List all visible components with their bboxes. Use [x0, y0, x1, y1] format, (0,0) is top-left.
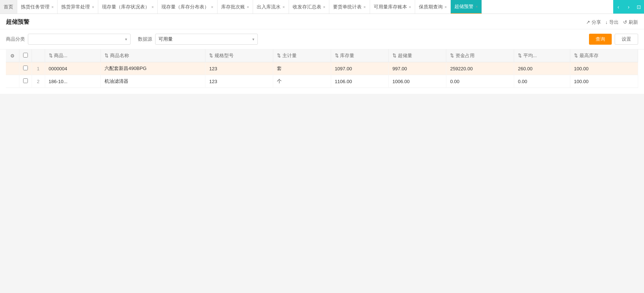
close-icon-batch-acct[interactable]: ×: [247, 5, 249, 9]
sort-icon-goods-code: ⇅: [49, 53, 53, 58]
sort-icon-stock-qty: ⇅: [335, 53, 339, 58]
col-goods-name[interactable]: ⇅ 商品名称: [101, 49, 205, 62]
nav-item-task-mgmt[interactable]: 拣货任务管理 ×: [17, 0, 58, 14]
share-label: 分享: [592, 19, 601, 26]
nav-item-avail-acct[interactable]: 可用量库存账本 ×: [370, 0, 415, 14]
nav-label-abnormal: 拣货异常处理: [61, 4, 90, 10]
close-icon-inventory-status[interactable]: ×: [151, 5, 154, 9]
row-capital-occ-1: 0.00: [446, 75, 514, 88]
col-gear[interactable]: ⚙: [6, 49, 19, 62]
refresh-icon: ↺: [623, 19, 627, 25]
close-icon-inout-flow[interactable]: ×: [282, 5, 285, 9]
row-checkbox-input-1[interactable]: [23, 78, 28, 83]
datasource-label: 数据源: [138, 36, 152, 42]
nav-label-order-stat: 要货单统计表: [333, 4, 362, 10]
nav-label-task-mgmt: 拣货任务管理: [21, 4, 50, 10]
nav-item-inventory-status[interactable]: 现存量（库存状况表） ×: [98, 0, 158, 14]
col-unit[interactable]: ⇅ 主计量: [273, 49, 331, 62]
col-rownum: [32, 49, 45, 62]
nav-label-quality-check: 保质期查询: [419, 4, 443, 10]
nav-item-overstock-warn[interactable]: 超储预警 ×: [451, 0, 482, 14]
close-icon-order-stat[interactable]: ×: [363, 5, 366, 9]
row-unit-0: 套: [273, 62, 331, 75]
settings-button[interactable]: 设置: [615, 34, 638, 45]
nav-item-batch-acct[interactable]: 库存批次账 ×: [217, 0, 253, 14]
row-goods-name-1: 机油滤清器: [101, 75, 205, 88]
row-spec-0: 123: [205, 62, 273, 75]
sort-icon-unit: ⇅: [277, 53, 281, 58]
select-all-checkbox[interactable]: [23, 53, 28, 58]
sort-icon-avg: ⇅: [518, 53, 522, 58]
page-title: 超储预警: [6, 18, 29, 26]
table-row: 1 0000004 六配套新昌490BPG 123 套 1097.00 997.…: [6, 62, 638, 75]
close-icon-inventory-dist[interactable]: ×: [211, 5, 213, 9]
datasource-select[interactable]: 可用量 ▾: [155, 34, 258, 45]
nav-arrows: ‹ › ⊡: [613, 0, 644, 14]
share-icon: ↗: [586, 19, 590, 25]
col-avg[interactable]: ⇅ 平均...: [514, 49, 570, 62]
row-stock-qty-0: 1097.00: [331, 62, 388, 75]
row-goods-code-1: 186-10...: [45, 75, 101, 88]
nav-label-inventory-dist: 现存量（库存分布表）: [161, 4, 209, 10]
nav-label-batch-acct: 库存批次账: [221, 4, 245, 10]
close-icon-task-mgmt[interactable]: ×: [51, 5, 54, 9]
row-max-stock-1: 100.00: [570, 75, 638, 88]
export-button[interactable]: ↓ 导出: [605, 19, 619, 26]
close-icon-abnormal[interactable]: ×: [92, 5, 94, 9]
row-goods-code-0: 0000004: [45, 62, 101, 75]
category-label: 商品分类: [6, 36, 25, 42]
row-checkbox-0[interactable]: [19, 62, 32, 75]
nav-item-inventory-dist[interactable]: 现存量（库存分布表） ×: [158, 0, 217, 14]
col-stock-qty[interactable]: ⇅ 库存量: [331, 49, 388, 62]
close-icon-quality-check[interactable]: ×: [444, 5, 447, 9]
row-goods-name-0: 六配套新昌490BPG: [101, 62, 205, 75]
datasource-select-value: 可用量: [158, 36, 173, 42]
row-checkbox-input-0[interactable]: [23, 66, 28, 70]
sort-icon-spec: ⇅: [209, 53, 213, 58]
col-capital-occ[interactable]: ⇅ 资金占用: [446, 49, 514, 62]
overstock-table: ⚙ ⇅ 商品... ⇅ 商品名称 ⇅ 规格型号: [6, 49, 638, 88]
filter-group-datasource: 数据源 可用量 ▾: [138, 34, 258, 45]
query-button[interactable]: 查询: [589, 34, 612, 45]
row-checkbox-1[interactable]: [19, 75, 32, 88]
nav-item-home-label: 首页: [4, 4, 13, 10]
filter-buttons: 查询 设置: [589, 34, 638, 45]
row-num-1: 2: [32, 75, 45, 88]
col-checkbox[interactable]: [19, 49, 32, 62]
row-max-stock-0: 100.00: [570, 62, 638, 75]
row-gear-0[interactable]: [6, 62, 19, 75]
sort-icon-capital-occ: ⇅: [450, 53, 454, 58]
export-icon: ↓: [605, 19, 608, 25]
table-header-row: ⚙ ⇅ 商品... ⇅ 商品名称 ⇅ 规格型号: [6, 49, 638, 62]
col-goods-code[interactable]: ⇅ 商品...: [45, 49, 101, 62]
nav-item-quality-check[interactable]: 保质期查询 ×: [415, 0, 451, 14]
row-unit-1: 个: [273, 75, 331, 88]
row-avg-1: 0.00: [514, 75, 570, 88]
nav-item-home[interactable]: 首页: [0, 0, 17, 14]
close-icon-avail-acct[interactable]: ×: [409, 5, 411, 9]
share-button[interactable]: ↗ 分享: [586, 19, 601, 26]
nav-prev-button[interactable]: ‹: [613, 0, 623, 14]
nav-item-abnormal[interactable]: 拣货异常处理 ×: [58, 0, 98, 14]
row-gear-1[interactable]: [6, 75, 19, 88]
filter-group-category: 商品分类 ▾: [6, 34, 131, 45]
chevron-down-icon-category: ▾: [125, 37, 127, 42]
row-avg-0: 260.00: [514, 62, 570, 75]
refresh-label: 刷新: [629, 19, 638, 26]
chevron-down-icon-datasource: ▾: [252, 37, 255, 42]
col-overstock-qty[interactable]: ⇅ 超储量: [389, 49, 446, 62]
nav-label-overstock-warn: 超储预警: [454, 3, 473, 10]
nav-item-inout-flow[interactable]: 出入库流水 ×: [253, 0, 289, 14]
refresh-button[interactable]: ↺ 刷新: [623, 19, 638, 26]
nav-expand-button[interactable]: ⊡: [634, 0, 644, 14]
category-select[interactable]: ▾: [28, 34, 131, 45]
close-icon-overstock-warn[interactable]: ×: [475, 4, 477, 9]
nav-next-button[interactable]: ›: [623, 0, 634, 14]
row-stock-qty-1: 1106.00: [331, 75, 388, 88]
col-max-stock[interactable]: ⇅ 最高库存: [570, 49, 638, 62]
nav-item-order-stat[interactable]: 要货单统计表 ×: [329, 0, 370, 14]
nav-label-avail-acct: 可用量库存账本: [374, 4, 407, 10]
col-spec[interactable]: ⇅ 规格型号: [205, 49, 273, 62]
close-icon-collect-send[interactable]: ×: [323, 5, 325, 9]
nav-item-collect-send[interactable]: 收发存汇总表 ×: [289, 0, 329, 14]
